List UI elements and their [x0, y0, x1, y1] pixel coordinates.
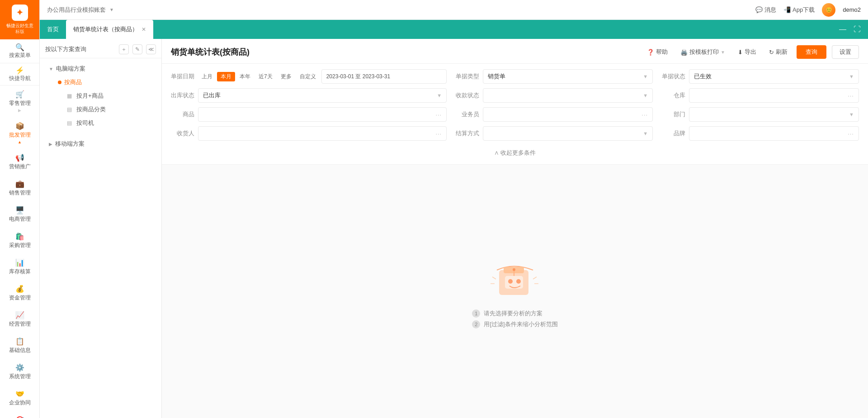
finance-label: 资金管理	[9, 294, 31, 302]
page-header: 销货单统计表(按商品) ❓ 帮助 🖨️ 按模板打印 ▼ ⬇ 导出	[162, 39, 868, 64]
sidebar-item-finance[interactable]: 💰 资金管理	[0, 280, 39, 306]
sidebar-item-inventory[interactable]: 📊 库存核算	[0, 254, 39, 280]
help-btn[interactable]: ❓ 帮助	[643, 46, 671, 58]
brand-label: 品牌	[662, 129, 689, 138]
out-status-control[interactable]: 已出库 ▼	[198, 88, 447, 103]
query-button[interactable]: 查询	[797, 45, 826, 59]
tab-minimize-btn[interactable]: —	[837, 24, 848, 35]
goods-label: 商品	[171, 110, 198, 119]
tab-close-btn[interactable]: ✕	[142, 26, 146, 33]
print-label: 按模板打印	[689, 48, 719, 56]
salesperson-label: 业务员	[456, 110, 483, 119]
bill-type-control[interactable]: 销货单 ▼	[483, 69, 653, 84]
breadcrumb-dropdown-icon[interactable]: ▼	[109, 7, 114, 12]
date-tab-7days[interactable]: 近7天	[255, 72, 276, 81]
user-avatar[interactable]: 😊	[822, 3, 835, 17]
app-logo[interactable]: ✦ 畅捷云好生意 标版	[0, 0, 39, 39]
filter-area: 单据日期 上月 本月 本年 近7天 更多 自定义 2023-03-01 至 20…	[162, 64, 868, 165]
data-area: 1 请先选择要分析的方案 2 用[过滤]条件来缩小分析范围	[162, 165, 868, 418]
bill-type-dropdown-icon: ▼	[643, 74, 648, 79]
sidebar-item-wholesale[interactable]: 📦 批发管理 ▲	[0, 117, 39, 149]
scheme-by-goods[interactable]: 按商品	[45, 76, 156, 89]
date-tab-custom[interactable]: 自定义	[296, 72, 320, 81]
department-control[interactable]: ▼	[689, 107, 859, 122]
scheme-desktop-toggle[interactable]: ▼ 电脑端方案	[45, 62, 156, 76]
left-panel-header: 按以下方案查询 ＋ ✎ ≪	[40, 39, 161, 58]
sidebar-item-system[interactable]: ⚙️ 系统管理	[0, 359, 39, 385]
tip-2-num: 2	[472, 320, 480, 328]
print-btn[interactable]: 🖨️ 按模板打印 ▼	[677, 46, 729, 58]
warehouse-control[interactable]: ···	[689, 88, 859, 103]
bill-status-control[interactable]: 已生效 ▼	[689, 69, 859, 84]
sidebar-item-sales[interactable]: 💼 销售管理	[0, 175, 39, 201]
date-tab-last-month[interactable]: 上月	[198, 72, 216, 81]
date-tab-more[interactable]: 更多	[277, 72, 295, 81]
salesperson-control[interactable]: ···	[483, 107, 653, 122]
sidebar-quicknav[interactable]: ⚡ 快捷导航	[0, 63, 39, 86]
print-dropdown-icon[interactable]: ▼	[721, 50, 725, 55]
goods-control[interactable]: ···	[198, 107, 447, 122]
wholesale-arrow: ▲	[18, 140, 22, 144]
settings-button[interactable]: 设置	[832, 45, 859, 59]
sidebar-item-enterprise[interactable]: 🤝 企业协同	[0, 385, 39, 411]
app-download-label: App下载	[793, 6, 815, 14]
help-label: 帮助	[656, 48, 668, 56]
edit-scheme-btn[interactable]: ✎	[132, 44, 142, 54]
brand-control[interactable]: ···	[689, 126, 859, 141]
date-tab-this-year[interactable]: 本年	[236, 72, 254, 81]
retail-label: 零售管理	[9, 100, 31, 107]
app-download-btn[interactable]: 📲 App下载	[783, 6, 815, 14]
sidebar-item-purchase[interactable]: 🛍️ 采购管理	[0, 228, 39, 254]
sidebar-item-basic[interactable]: 📋 基础信息	[0, 332, 39, 359]
date-label: 单据日期	[171, 72, 198, 81]
filter-row-1: 单据日期 上月 本月 本年 近7天 更多 自定义 2023-03-01 至 20…	[171, 69, 859, 84]
out-status-value: 已出库	[203, 91, 437, 100]
scheme-by-month-goods-label: 按月+商品	[76, 92, 104, 100]
scheme-by-driver[interactable]: ▤ 按司机	[45, 116, 156, 130]
sidebar-item-guide[interactable]: 🎯 新手引导	[0, 411, 39, 418]
collapse-panel-btn[interactable]: ≪	[146, 44, 156, 54]
sidebar-item-ecommerce[interactable]: 🖥️ 电商管理	[0, 201, 39, 228]
sidebar-item-retail[interactable]: 🛒 零售管理 ▶	[0, 86, 39, 117]
department-dropdown-icon: ▼	[849, 112, 854, 117]
app-sub: 标版	[15, 28, 24, 35]
basic-icon: 📋	[15, 337, 24, 346]
message-btn[interactable]: 💬 消息	[755, 6, 776, 14]
sidebar-search[interactable]: 🔍 搜索菜单	[0, 39, 39, 63]
refresh-btn[interactable]: ↻ 刷新	[765, 46, 791, 58]
user-name: demo2	[843, 6, 861, 13]
date-tab-this-month[interactable]: 本月	[217, 72, 235, 81]
svg-line-9	[533, 277, 537, 279]
bill-status-label: 单据状态	[662, 72, 689, 81]
inventory-icon: 📊	[15, 258, 24, 267]
export-btn[interactable]: ⬇ 导出	[734, 46, 760, 58]
tab-home[interactable]: 首页	[40, 20, 66, 39]
add-scheme-btn[interactable]: ＋	[119, 44, 129, 54]
page-header-actions: ❓ 帮助 🖨️ 按模板打印 ▼ ⬇ 导出 ↻ 刷新	[643, 45, 859, 59]
sidebar-item-operations[interactable]: 📈 经营管理	[0, 306, 39, 332]
recipient-label: 收货人	[171, 129, 198, 138]
finance-icon: 💰	[15, 285, 24, 293]
tab-home-label: 首页	[47, 25, 59, 33]
filter-warehouse: 仓库 ···	[662, 88, 859, 103]
sales-label: 销售管理	[9, 189, 31, 197]
sidebar-item-marketing[interactable]: 📢 营销推广	[0, 149, 39, 175]
collapse-filters-btn[interactable]: ∧ 收起更多条件	[171, 145, 859, 159]
scheme-by-category[interactable]: ▤ 按商品分类	[45, 103, 156, 116]
scheme-by-month-goods[interactable]: ▦ 按月+商品	[45, 89, 156, 103]
user-avatar-icon: 😊	[826, 7, 832, 13]
bill-type-label: 单据类型	[456, 72, 483, 81]
collect-status-control[interactable]: ▼	[483, 88, 653, 103]
goods-dots-icon: ···	[435, 111, 442, 118]
desktop-scheme-label: 电脑端方案	[56, 65, 85, 73]
scheme-mobile-toggle[interactable]: ▶ 移动端方案	[45, 137, 156, 151]
tab-sales-report[interactable]: 销货单统计表（按商品） ✕	[66, 20, 153, 39]
tabbar: 首页 销货单统计表（按商品） ✕ — ⛶	[40, 20, 868, 39]
date-range[interactable]: 2023-03-01 至 2023-03-31	[321, 69, 447, 84]
filter-bill-status: 单据状态 已生效 ▼	[662, 69, 859, 84]
tab-maximize-btn[interactable]: ⛶	[852, 24, 863, 35]
tip-2-text: 用[过滤]条件来缩小分析范围	[484, 320, 557, 328]
recipient-control[interactable]: ···	[198, 126, 447, 141]
topbar-actions: 💬 消息 📲 App下载 😊 demo2	[755, 3, 861, 17]
settlement-control[interactable]: ▼	[483, 126, 653, 141]
